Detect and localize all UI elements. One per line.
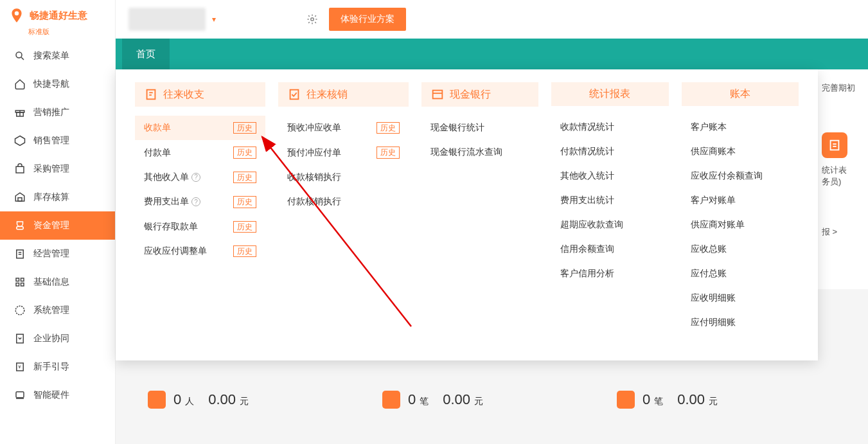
- stat-num: 0: [408, 391, 416, 408]
- stat-transactions-1: 0笔 0.00元: [382, 391, 601, 409]
- edge-label: 统计表: [822, 165, 847, 175]
- menu-cash-stats[interactable]: 现金银行统计: [421, 116, 538, 140]
- help-icon[interactable]: ?: [191, 197, 200, 206]
- history-tag[interactable]: 历史: [376, 122, 400, 134]
- menu-payment[interactable]: 付款单 历史: [135, 140, 265, 164]
- menu-cash-flow[interactable]: 现金银行流水查询: [421, 140, 538, 164]
- menu-label: 收款核销执行: [287, 172, 400, 183]
- nav-sales[interactable]: 销售管理: [0, 127, 115, 155]
- menu-prepay-offset[interactable]: 预付冲应付单 历史: [278, 140, 409, 164]
- edge-label: 完善期初: [822, 83, 855, 93]
- settings-button[interactable]: [303, 10, 321, 28]
- svg-text:¥: ¥: [19, 365, 21, 369]
- nav-basic[interactable]: 基础信息: [0, 268, 115, 296]
- experience-button[interactable]: 体验行业方案: [329, 8, 406, 31]
- menu-ap-general[interactable]: 应付总账: [682, 262, 799, 286]
- nav-label: 快捷导航: [33, 78, 69, 90]
- history-tag[interactable]: 历史: [233, 196, 256, 208]
- col-header: 统计报表: [551, 82, 668, 106]
- menu-other-income[interactable]: 其他收入单? 历史: [135, 165, 265, 190]
- menu-label: 预付冲应付单: [287, 147, 376, 159]
- menu-customer-statement[interactable]: 客户对账单: [682, 188, 799, 213]
- history-tag[interactable]: 历史: [233, 221, 256, 233]
- nav-hardware[interactable]: 智能硬件: [0, 381, 115, 409]
- report-icon: [822, 132, 847, 158]
- stat-amount-unit: 元: [709, 396, 718, 407]
- menu-bank-transfer[interactable]: 银行存取款单 历史: [135, 215, 265, 239]
- header: ▾ 体验行业方案: [116, 0, 868, 39]
- nav-inventory[interactable]: 库存核算: [0, 183, 115, 211]
- menu-receipt-writeoff[interactable]: 收款核销执行: [278, 165, 409, 190]
- menu-label: 付款核销执行: [287, 196, 400, 208]
- edge-item[interactable]: 完善期初: [822, 82, 864, 94]
- menu-overdue-ar[interactable]: 超期应收款查询: [551, 213, 668, 237]
- nav-enterprise[interactable]: 企业协同: [0, 324, 115, 353]
- menu-label: 客户信用分析: [560, 268, 659, 280]
- col-title: 往来核销: [306, 88, 348, 102]
- menu-expense[interactable]: 费用支出单? 历史: [135, 190, 265, 214]
- logo[interactable]: 畅捷通好生意: [0, 0, 115, 31]
- menu-receipt[interactable]: 收款单 历史: [135, 116, 265, 140]
- menu-label: 供应商账本: [691, 146, 790, 157]
- grid-icon: [14, 276, 26, 288]
- menu-customer-credit[interactable]: 客户信用分析: [551, 262, 668, 286]
- book-icon: ¥: [14, 361, 26, 373]
- nav-quick[interactable]: 快捷导航: [0, 70, 115, 98]
- history-tag[interactable]: 历史: [233, 147, 256, 158]
- menu-ar-general[interactable]: 应收总账: [682, 237, 799, 262]
- svg-rect-12: [16, 278, 19, 281]
- stat-amount: 0.00: [443, 391, 470, 408]
- flyout-col-ledger: 账本 客户账本 供应商账本 应收应付余额查询 客户对账单 供应商对账单 应收总账…: [682, 82, 799, 335]
- menu-expense-stats[interactable]: 费用支出统计: [551, 188, 668, 213]
- flyout-col-reports: 统计报表 收款情况统计 付款情况统计 其他收入统计 费用支出统计 超期应收款查询…: [551, 82, 668, 335]
- brand-name: 畅捷通好生意: [30, 10, 87, 22]
- menu-customer-ledger[interactable]: 客户账本: [682, 115, 799, 139]
- menu-receipt-stats[interactable]: 收款情况统计: [551, 115, 668, 139]
- menu-label: 客户对账单: [691, 195, 790, 206]
- tab-home[interactable]: 首页: [122, 39, 170, 69]
- menu-label: 其他收入单?: [144, 172, 233, 183]
- menu-payment-stats[interactable]: 付款情况统计: [551, 139, 668, 164]
- edge-item[interactable]: 统计表 务员): [822, 132, 864, 188]
- edge-item[interactable]: 报 >: [822, 226, 864, 238]
- nav-system[interactable]: 系统管理: [0, 296, 115, 324]
- history-tag[interactable]: 历史: [233, 172, 256, 183]
- stat-amount: 0.00: [677, 391, 705, 408]
- nav-label: 销售管理: [33, 135, 69, 147]
- menu-ar-ap-balance[interactable]: 应收应付余额查询: [682, 164, 799, 188]
- menu-ar-ap-adjust[interactable]: 应收应付调整单 历史: [135, 239, 265, 263]
- menu-payment-writeoff[interactable]: 付款核销执行: [278, 190, 409, 214]
- nav-search[interactable]: 搜索菜单: [0, 42, 115, 70]
- history-tag[interactable]: 历史: [233, 245, 256, 257]
- org-selector[interactable]: ▾: [128, 8, 296, 31]
- svg-rect-6: [16, 166, 24, 173]
- menu-ar-detail[interactable]: 应收明细账: [682, 286, 799, 310]
- menu-prereceipt-offset[interactable]: 预收冲应收单 历史: [278, 116, 409, 140]
- history-tag[interactable]: 历史: [376, 147, 400, 158]
- svg-rect-15: [21, 283, 24, 287]
- history-tag[interactable]: 历史: [233, 122, 256, 134]
- help-icon[interactable]: ?: [191, 173, 200, 182]
- col-header: 现金银行: [421, 82, 538, 107]
- sales-icon: [14, 135, 26, 147]
- flyout-col-writeoff: 往来核销 预收冲应收单 历史 预付冲应付单 历史 收款核销执行 付款核销执行: [278, 82, 409, 335]
- svg-rect-29: [290, 90, 298, 100]
- svg-rect-8: [17, 227, 24, 230]
- menu-label: 应收应付调整单: [144, 245, 233, 257]
- nav-marketing[interactable]: 营销推广: [0, 98, 115, 127]
- nav-guide[interactable]: ¥ 新手引导: [0, 353, 115, 381]
- nav-label: 搜索菜单: [33, 50, 69, 62]
- nav-purchase[interactable]: 采购管理: [0, 155, 115, 183]
- menu-credit-balance[interactable]: 信用余额查询: [551, 237, 668, 262]
- menu-ap-detail[interactable]: 应付明细账: [682, 310, 799, 335]
- receipt-icon: [144, 87, 158, 102]
- menu-supplier-statement[interactable]: 供应商对账单: [682, 213, 799, 237]
- flyout-col-cash: 现金银行 现金银行统计 现金银行流水查询: [421, 82, 538, 335]
- menu-other-income-stats[interactable]: 其他收入统计: [551, 164, 668, 188]
- menu-supplier-ledger[interactable]: 供应商账本: [682, 139, 799, 164]
- nav-operation[interactable]: 经营管理: [0, 240, 115, 268]
- nav-funds[interactable]: 资金管理: [0, 211, 115, 240]
- stats-row: 0人 0.00元 0笔 0.00元 0笔: [128, 391, 855, 422]
- menu-label: 银行存取款单: [144, 221, 233, 233]
- menu-label: 费用支出单?: [144, 196, 233, 208]
